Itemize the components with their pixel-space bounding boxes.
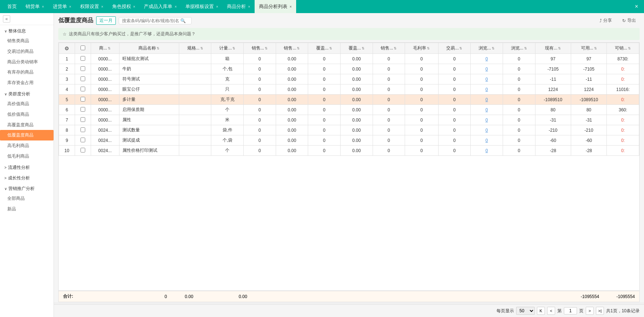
cell-row-no: 10 — [59, 146, 75, 156]
close-sales-order[interactable]: × — [42, 5, 44, 9]
th-sales-qty[interactable]: 销售...⇅ — [244, 43, 276, 54]
close-purchase-order[interactable]: × — [69, 5, 71, 9]
sidebar-item-sales-products[interactable]: 销售类商品 — [0, 36, 54, 46]
export-button[interactable]: ↻ 导出 — [619, 16, 640, 25]
sidebar-item-category-rate[interactable]: 商品分类动销率 — [0, 57, 54, 67]
cell-checkbox[interactable] — [75, 105, 91, 115]
sidebar-item-high-profit[interactable]: 高毛利商品 — [0, 140, 54, 151]
cell-checkbox[interactable] — [75, 135, 91, 146]
search-icon[interactable]: 🔍 — [180, 18, 186, 23]
cell-name: 属性 — [119, 115, 179, 125]
nav-product-analysis[interactable]: 商品分析 × — [223, 0, 255, 13]
th-avail-stock[interactable]: 可用...⇅ — [571, 43, 606, 54]
nav-home[interactable]: 首页 — [3, 0, 21, 13]
cell-view1[interactable]: 0 — [471, 95, 503, 105]
select-all-checkbox[interactable] — [80, 45, 85, 50]
nav-template-settings[interactable]: 单据模板设置 × — [181, 0, 223, 13]
sidebar-section-overall[interactable]: ∨ 整体信息 — [0, 25, 54, 36]
cell-checkbox[interactable] — [75, 84, 91, 95]
th-sale-stock[interactable]: 可销...⇅ — [607, 43, 639, 54]
th-gear[interactable]: ⚙ — [59, 43, 75, 54]
cell-checkbox[interactable] — [75, 95, 91, 105]
nav-product-entry[interactable]: 产成品入库单 × — [140, 0, 181, 13]
nav-permission-settings[interactable]: 权限设置 × — [76, 0, 108, 13]
window-close-button[interactable]: × — [632, 3, 641, 10]
close-product-analysis-list[interactable]: × — [290, 5, 292, 9]
sidebar-section-growth[interactable]: > 成长性分析 — [0, 172, 54, 183]
cell-view1[interactable]: 0 — [471, 115, 503, 125]
sidebar-section-cluster[interactable]: ∨ 类群度分析 — [0, 88, 54, 99]
cell-view1[interactable]: 0 — [471, 146, 503, 156]
sidebar-item-all-products[interactable]: 全部商品 — [0, 193, 54, 204]
cell-view1[interactable]: 0 — [471, 64, 503, 74]
th-gross-rate[interactable]: 毛利率⇅ — [405, 43, 439, 54]
sidebar-collapse-button[interactable]: « — [3, 15, 10, 23]
cell-view1[interactable]: 0 — [471, 84, 503, 95]
th-name[interactable]: 商品名称⇅ — [119, 43, 179, 54]
sidebar-section-liquidity[interactable]: > 流通性分析 — [0, 162, 54, 172]
sidebar-item-low-coverage[interactable]: 低覆盖度商品 — [0, 130, 54, 140]
th-sales-amt[interactable]: 销售...⇅ — [276, 43, 308, 54]
cell-name: 多计量 — [119, 95, 179, 105]
cell-checkbox[interactable] — [75, 146, 91, 156]
cell-checkbox[interactable] — [75, 125, 91, 135]
nav-sales-order[interactable]: 销货单 × — [21, 0, 48, 13]
close-template-settings[interactable]: × — [216, 5, 218, 9]
search-input[interactable] — [122, 18, 180, 23]
close-product-entry[interactable]: × — [174, 5, 177, 9]
cell-view1[interactable]: 0 — [471, 135, 503, 146]
page-size-select[interactable]: 50 20 100 — [516, 307, 535, 315]
page-number-input[interactable] — [564, 307, 577, 314]
nav-purchase-order[interactable]: 进货单 × — [48, 0, 76, 13]
th-spec[interactable]: 规格...⇅ — [179, 43, 211, 54]
th-checkbox[interactable] — [75, 43, 91, 54]
cell-view1[interactable]: 0 — [471, 125, 503, 135]
nav-product-analysis-list[interactable]: 商品分析列表 × — [255, 0, 296, 13]
th-current-stock[interactable]: 现有...⇅ — [535, 43, 571, 54]
th-trade-count[interactable]: 交易...⇅ — [438, 43, 471, 54]
cell-view1[interactable]: 0 — [471, 54, 503, 64]
cell-checkbox[interactable] — [75, 74, 91, 84]
sidebar-item-high-value[interactable]: 高价值商品 — [0, 99, 54, 109]
sidebar-item-stocked-products[interactable]: 有库存的商品 — [0, 67, 54, 78]
sidebar-item-low-profit[interactable]: 低毛利商品 — [0, 151, 54, 162]
next-page-button[interactable]: > — [586, 307, 594, 315]
last-page-button[interactable]: >| — [596, 307, 604, 315]
cell-name: 启用保质期 — [119, 105, 179, 115]
sidebar-item-traded-products[interactable]: 交易过的商品 — [0, 46, 54, 57]
sidebar-item-stock-capital[interactable]: 库存资金占用 — [0, 78, 54, 88]
cell-unit: 米 — [211, 115, 244, 125]
sidebar-item-new-products[interactable]: 新品 — [0, 204, 54, 214]
close-product-analysis[interactable]: × — [248, 5, 250, 9]
cell-checkbox[interactable] — [75, 115, 91, 125]
th-unit[interactable]: 计量...⇅ — [211, 43, 244, 54]
table-header-row: ⚙ 商...⇅ 商品名称⇅ 规格...⇅ 计量...⇅ 销售...⇅ 销售...… — [59, 43, 639, 54]
cell-code: 0024... — [91, 135, 119, 146]
date-filter-button[interactable]: 近一月 — [96, 16, 116, 25]
th-view1[interactable]: 浏览...⇅ — [471, 43, 503, 54]
data-table-wrapper[interactable]: ⚙ 商...⇅ 商品名称⇅ 规格...⇅ 计量...⇅ 销售...⇅ 销售...… — [58, 42, 640, 291]
prev-page-button[interactable]: < — [547, 307, 555, 315]
cell-row-no: 1 — [59, 54, 75, 64]
cell-checkbox[interactable] — [75, 54, 91, 64]
th-cover2[interactable]: 覆盖...⇅ — [340, 43, 373, 54]
cell-view1[interactable]: 0 — [471, 74, 503, 84]
close-permission-settings[interactable]: × — [101, 5, 103, 9]
share-button[interactable]: ⤴ 分享 — [596, 16, 616, 25]
nav-role-auth[interactable]: 角色授权 × — [108, 0, 140, 13]
data-table: ⚙ 商...⇅ 商品名称⇅ 规格...⇅ 计量...⇅ 销售...⇅ 销售...… — [59, 43, 639, 156]
cell-sale-stock: 0: — [607, 146, 639, 156]
th-view2[interactable]: 浏览...⇅ — [503, 43, 535, 54]
close-role-auth[interactable]: × — [133, 5, 136, 9]
sidebar-item-low-value[interactable]: 低价值商品 — [0, 109, 54, 120]
cell-gross-rate: 0 — [405, 74, 439, 84]
sidebar-item-high-coverage[interactable]: 高覆盖度商品 — [0, 120, 54, 130]
th-code[interactable]: 商...⇅ — [91, 43, 119, 54]
cell-checkbox[interactable] — [75, 64, 91, 74]
th-sales-rate[interactable]: 销售...⇅ — [373, 43, 405, 54]
sidebar-section-marketing[interactable]: ∨ 营销推广分析 — [0, 183, 54, 193]
cell-view2: 0 — [503, 84, 535, 95]
first-page-button[interactable]: K — [537, 307, 545, 315]
cell-view1[interactable]: 0 — [471, 105, 503, 115]
th-cover1[interactable]: 覆盖...⇅ — [308, 43, 341, 54]
